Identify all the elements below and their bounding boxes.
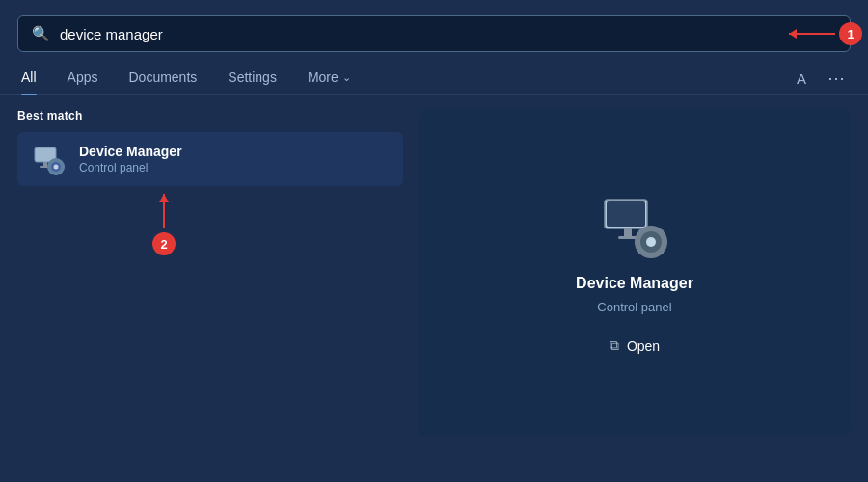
- svg-point-5: [54, 165, 59, 170]
- search-input[interactable]: [60, 26, 836, 42]
- best-match-label: Best match: [17, 109, 403, 122]
- svg-rect-6: [55, 158, 58, 161]
- detail-icon: [601, 192, 668, 259]
- open-icon: ⧉: [610, 337, 619, 354]
- tab-more[interactable]: More ⌄: [292, 62, 366, 94]
- tab-documents[interactable]: Documents: [113, 62, 212, 94]
- svg-rect-7: [55, 173, 58, 175]
- svg-point-16: [646, 237, 656, 247]
- svg-rect-1: [43, 162, 47, 166]
- svg-rect-18: [649, 254, 653, 258]
- svg-rect-19: [635, 240, 639, 244]
- svg-rect-9: [62, 166, 65, 169]
- open-button[interactable]: ⧉ Open: [610, 337, 660, 354]
- svg-rect-11: [607, 201, 645, 227]
- detail-subtitle: Control panel: [597, 300, 671, 314]
- tab-apps[interactable]: Apps: [52, 62, 114, 94]
- badge-1: 1: [839, 22, 862, 45]
- search-icon: 🔍: [32, 25, 50, 42]
- annotation-2: 2: [152, 194, 176, 255]
- svg-rect-12: [624, 228, 632, 236]
- result-item[interactable]: Device Manager Control panel: [17, 132, 403, 186]
- search-bar[interactable]: 🔍: [17, 15, 851, 52]
- detail-title: Device Manager: [576, 275, 693, 292]
- svg-rect-17: [649, 226, 653, 230]
- svg-rect-20: [663, 240, 667, 244]
- left-panel: Best match: [17, 109, 403, 437]
- tab-all[interactable]: All: [17, 62, 52, 94]
- svg-rect-13: [618, 236, 637, 239]
- annotation-1: 1: [789, 22, 862, 45]
- right-panel: Device Manager Control panel ⧉ Open: [419, 109, 851, 437]
- result-title: Device Manager: [79, 144, 182, 159]
- tab-settings[interactable]: Settings: [212, 62, 292, 94]
- more-options-button[interactable]: ⋯: [824, 64, 851, 93]
- result-text: Device Manager Control panel: [79, 144, 182, 174]
- badge-2: 2: [152, 232, 176, 255]
- font-size-button[interactable]: A: [793, 67, 810, 91]
- chevron-down-icon: ⌄: [342, 71, 351, 84]
- content-area: Best match: [17, 109, 851, 437]
- tabs-bar: All Apps Documents Settings More ⌄ A ⋯: [0, 62, 868, 95]
- svg-rect-8: [47, 166, 50, 169]
- result-subtitle: Control panel: [79, 161, 182, 174]
- result-item-icon: [31, 142, 66, 176]
